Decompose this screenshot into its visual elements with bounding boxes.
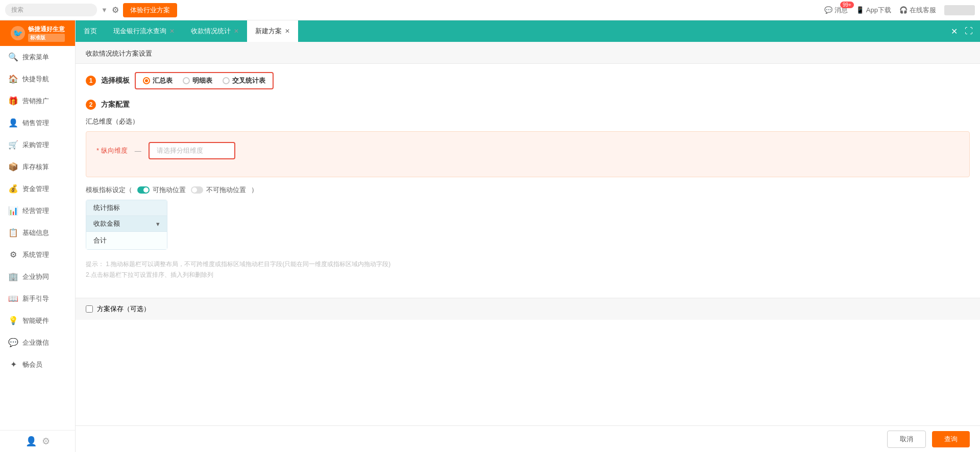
sidebar-item-finance[interactable]: 💰 资金管理	[0, 178, 75, 200]
tab-home[interactable]: 首页	[76, 20, 105, 42]
window-expand-btn[interactable]: ⛶	[963, 25, 975, 38]
sidebar: 🐦 畅捷通好生意 标准版 🔍 搜索菜单 🏠 快捷导航 🎁 营销推广 👤 销售管理…	[0, 20, 76, 452]
section1-label: 选择模板	[101, 76, 130, 85]
dimension-title: 汇总维度（必选）	[86, 117, 970, 126]
sidebar-bottom-icon1[interactable]: 👤	[26, 436, 37, 447]
dimension-row-label: * 纵向维度	[96, 146, 128, 155]
query-button[interactable]: 查询	[932, 431, 970, 447]
sidebar-item-member[interactable]: ✦ 畅会员	[0, 353, 75, 375]
enterprise-icon: 🏢	[8, 272, 18, 281]
cancel-button[interactable]: 取消	[887, 431, 926, 448]
stats-header-label: 统计指标	[93, 203, 120, 212]
section-config: 2 方案配置 汇总维度（必选） * 纵向维度 — 请选择分组维度	[86, 100, 970, 279]
quick-nav-icon: 🏠	[8, 74, 18, 84]
trial-btn[interactable]: 体验行业方案	[123, 3, 177, 17]
topbar-dropdown-icon[interactable]: ▼	[101, 6, 108, 14]
marketing-icon: 🎁	[8, 96, 18, 106]
sidebar-item-operations[interactable]: 📊 经营管理	[0, 200, 75, 222]
topbar-search-box[interactable]: 搜索	[5, 4, 97, 16]
basic-info-icon: 📋	[8, 228, 18, 237]
draggable-toggle-box[interactable]	[137, 186, 150, 194]
hint-1: 提示： 1.拖动标题栏可以调整布局，不可跨维度或指标区域拖动栏目字段(只能在同一…	[86, 260, 970, 269]
search-menu-icon: 🔍	[8, 52, 18, 62]
download-icon: 📱	[856, 6, 864, 14]
sidebar-item-enterprise[interactable]: 🏢 企业协同	[0, 266, 75, 288]
form-area: 1 选择模板 汇总表 明细表	[76, 64, 980, 298]
radio-cross-dot	[223, 77, 230, 84]
sidebar-item-sales[interactable]: 👤 销售管理	[0, 112, 75, 134]
message-btn[interactable]: 💬 消息 99+	[824, 6, 848, 15]
footer-bar: 取消 查询	[76, 425, 980, 452]
logo-tag: 标准版	[28, 34, 65, 42]
tab-cash-bank[interactable]: 现金银行流水查询 ✕	[105, 20, 183, 42]
metrics-title: 模板指标设定（	[86, 185, 132, 195]
save-label: 方案保存（可选）	[97, 304, 150, 314]
section2-label: 方案配置	[101, 100, 130, 109]
radio-summary-dot	[143, 77, 150, 84]
sidebar-bottom-icon2[interactable]: ⚙	[42, 436, 50, 447]
section1-number: 1	[86, 76, 96, 86]
non-draggable-toggle: 不可拖动位置	[191, 185, 246, 195]
breadcrumb: 收款情况统计方案设置	[86, 50, 152, 57]
app-download-btn[interactable]: 📱 App下载	[856, 6, 891, 15]
user-avatar[interactable]	[944, 5, 975, 15]
tabbar: 首页 现金银行流水查询 ✕ 收款情况统计 ✕ 新建方案 ✕ ✕ ⛶	[76, 20, 980, 42]
sidebar-logo: 🐦 畅捷通好生意 标准版	[0, 20, 75, 46]
non-draggable-toggle-box[interactable]	[191, 186, 203, 194]
sidebar-item-search-menu[interactable]: 🔍 搜索菜单	[0, 46, 75, 68]
logo-text: 畅捷通好生意	[28, 25, 65, 34]
section1-header: 1 选择模板 汇总表 明细表	[86, 72, 970, 89]
radio-cross[interactable]: 交叉统计表	[223, 76, 265, 85]
tab-receipts-close[interactable]: ✕	[234, 28, 239, 35]
column-dropdown-icon[interactable]: ▾	[156, 220, 160, 228]
page-header: 收款情况统计方案设置	[76, 42, 980, 64]
purchase-icon: 🛒	[8, 140, 18, 150]
hint-2: 2.点击标题栏下拉可设置排序、插入列和删除列	[86, 271, 970, 279]
tab-cash-bank-close[interactable]: ✕	[169, 28, 175, 35]
sidebar-item-hardware[interactable]: 💡 智能硬件	[0, 310, 75, 331]
sidebar-item-marketing[interactable]: 🎁 营销推广	[0, 90, 75, 112]
draggable-label: 可拖动位置	[153, 185, 186, 195]
column-label: 收款金额	[93, 219, 120, 228]
sidebar-bottom: 👤 ⚙	[0, 430, 75, 452]
service-icon: 🎧	[899, 6, 908, 14]
message-icon: 💬	[824, 6, 832, 14]
save-checkbox[interactable]	[86, 305, 93, 313]
non-draggable-label: 不可拖动位置	[206, 185, 246, 195]
guide-icon: 📖	[8, 294, 18, 303]
hints: 提示： 1.拖动标题栏可以调整布局，不可跨维度或指标区域拖动栏目字段(只能在同一…	[86, 260, 970, 279]
window-close-btn[interactable]: ✕	[949, 25, 960, 38]
radio-summary[interactable]: 汇总表	[143, 76, 173, 85]
dimension-row: * 纵向维度 — 请选择分组维度	[96, 142, 959, 159]
stats-cell-total: 合计	[86, 232, 167, 249]
sidebar-item-wechat[interactable]: 💬 企业微信	[0, 331, 75, 353]
sales-icon: 👤	[8, 118, 18, 128]
radio-group-template: 汇总表 明细表 交叉统计表	[135, 72, 274, 89]
operations-icon: 📊	[8, 206, 18, 216]
stats-table-header: 统计指标	[86, 200, 167, 216]
tabbar-actions: ✕ ⛶	[949, 25, 980, 38]
section2-number: 2	[86, 100, 96, 110]
online-service-btn[interactable]: 🎧 在线客服	[899, 6, 936, 15]
gear-icon[interactable]: ⚙	[112, 5, 119, 15]
tab-new-scheme-close[interactable]: ✕	[285, 28, 290, 35]
page-content: 收款情况统计方案设置 1 选择模板 汇总表	[76, 42, 980, 425]
dimension-select[interactable]: 请选择分组维度	[149, 142, 235, 159]
wechat-icon: 💬	[8, 338, 18, 347]
sidebar-item-purchase[interactable]: 🛒 采购管理	[0, 134, 75, 156]
sidebar-item-guide[interactable]: 📖 新手引导	[0, 288, 75, 310]
radio-detail-dot	[183, 77, 190, 84]
dimension-arrow: —	[135, 147, 141, 155]
stats-column-header[interactable]: 收款金额 ▾	[86, 216, 167, 232]
save-area: 方案保存（可选）	[76, 298, 980, 320]
sidebar-item-basic-info[interactable]: 📋 基础信息	[0, 222, 75, 244]
tab-new-scheme[interactable]: 新建方案 ✕	[247, 20, 298, 42]
sidebar-item-quick-nav[interactable]: 🏠 快捷导航	[0, 68, 75, 90]
sidebar-item-system[interactable]: ⚙ 系统管理	[0, 244, 75, 266]
radio-detail[interactable]: 明细表	[183, 76, 212, 85]
main-layout: 🐦 畅捷通好生意 标准版 🔍 搜索菜单 🏠 快捷导航 🎁 营销推广 👤 销售管理…	[0, 20, 980, 452]
dimension-area: * 纵向维度 — 请选择分组维度	[86, 131, 970, 177]
topbar-left: 搜索 ▼ ⚙ 体验行业方案	[5, 3, 824, 17]
sidebar-item-inventory[interactable]: 📦 库存核算	[0, 156, 75, 178]
tab-receipts-stats[interactable]: 收款情况统计 ✕	[183, 20, 247, 42]
